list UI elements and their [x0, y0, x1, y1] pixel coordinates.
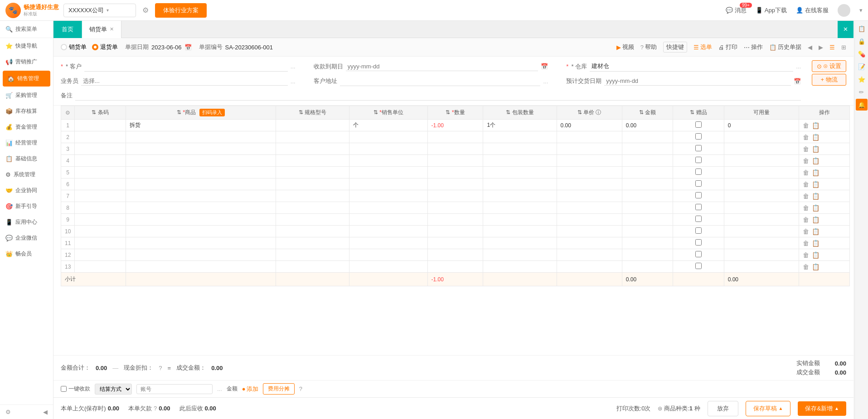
select-button[interactable]: ☰ 选单 [693, 43, 712, 51]
due-date-input[interactable] [346, 62, 538, 71]
sidebar-item-wechat[interactable]: 💬 企业微信 [0, 230, 53, 246]
logistics-btn[interactable]: + 物流 [812, 74, 846, 86]
delete-icon[interactable]: 🗑 [803, 251, 809, 259]
app-download-button[interactable]: 📱 App下载 [756, 6, 787, 14]
help-owed[interactable]: ? [154, 405, 157, 412]
save-new-button[interactable]: 保存&新增 ▲ [798, 401, 846, 416]
settings-btn[interactable]: ⊙ ⊙ 设置 [812, 60, 846, 72]
copy-icon[interactable]: 📋 [812, 157, 820, 164]
copy-icon[interactable]: 📋 [812, 263, 820, 270]
sidebar-item-purchase[interactable]: 🛒 采购管理 [0, 87, 53, 103]
discard-button[interactable]: 放弃 [708, 401, 738, 416]
add-button[interactable]: ● 添加 [242, 385, 258, 393]
gift-checkbox[interactable] [695, 251, 702, 257]
gift-checkbox[interactable] [695, 169, 702, 175]
one-click-pay-check[interactable] [61, 386, 67, 392]
gift-checkbox[interactable] [695, 157, 702, 163]
sidebar-settings-button[interactable]: ⚙ [5, 409, 11, 415]
col-settings[interactable]: ⚙ [61, 106, 75, 120]
settle-method-select[interactable]: 结算方式 [95, 384, 132, 395]
company-selector[interactable]: XXXXXX公司 ▾ [63, 4, 136, 17]
sidebar-item-basics[interactable]: 📋 基础信息 [0, 151, 53, 167]
tab-close-icon[interactable]: ✕ [110, 26, 114, 32]
shortcut-button[interactable]: 快捷键 [663, 42, 687, 53]
panel-btn-7[interactable]: 🔔 [856, 99, 868, 111]
gift-checkbox[interactable] [695, 239, 702, 246]
copy-icon[interactable]: 📋 [812, 204, 820, 212]
panel-btn-2[interactable]: 🔒 [856, 35, 868, 47]
expense-help[interactable]: ? [299, 385, 302, 392]
one-click-pay-checkbox[interactable]: 一键收款 [61, 385, 90, 393]
sidebar-item-finance[interactable]: 💰 资金管理 [0, 119, 53, 135]
tab-home[interactable]: 首页 [53, 21, 82, 38]
gift-checkbox[interactable] [695, 121, 702, 128]
delete-icon[interactable]: 🗑 [803, 263, 809, 270]
save-draft-button[interactable]: 保存草稿 ▲ [746, 401, 791, 416]
salesperson-dots[interactable]: ... [291, 78, 296, 85]
copy-icon[interactable]: 📋 [812, 169, 820, 176]
customer-address-dots[interactable]: ... [543, 78, 548, 85]
gear-button[interactable]: ⚙ [141, 4, 150, 16]
copy-icon[interactable]: 📋 [812, 134, 820, 141]
video-button[interactable]: ▶ 视频 [616, 43, 634, 51]
copy-icon[interactable]: 📋 [812, 193, 820, 200]
help-button[interactable]: ? 帮助 [640, 43, 657, 51]
account-input[interactable] [136, 384, 213, 394]
sidebar-item-enterprise[interactable]: 🤝 企业协同 [0, 183, 53, 198]
gift-checkbox[interactable] [695, 180, 702, 187]
delete-icon[interactable]: 🗑 [803, 216, 809, 223]
copy-icon[interactable]: 📋 [812, 228, 820, 235]
customer-dots[interactable]: ... [291, 63, 296, 70]
calendar-icon2[interactable]: 📅 [541, 63, 548, 70]
calendar-icon[interactable]: 📅 [184, 44, 192, 51]
print-button[interactable]: 🖨 打印 [718, 43, 737, 51]
gift-checkbox[interactable] [695, 133, 702, 140]
sidebar-item-marketing[interactable]: 📢 营销推广 [0, 54, 53, 70]
tab-sales-order[interactable]: 销货单 ✕ [82, 21, 121, 38]
delete-icon[interactable]: 🗑 [803, 193, 809, 200]
expected-calendar-icon[interactable]: 📅 [794, 78, 801, 85]
delete-icon[interactable]: 🗑 [803, 134, 809, 141]
gift-checkbox[interactable] [695, 216, 702, 222]
warehouse-dots[interactable]: ... [796, 63, 801, 70]
trial-button[interactable]: 体验行业方案 [155, 3, 207, 18]
view-toggle-list[interactable]: ☰ [829, 44, 835, 51]
sidebar-item-membership[interactable]: 👑 畅会员 [0, 246, 53, 262]
history-button[interactable]: 📋 历史单据 [769, 43, 801, 51]
gift-checkbox[interactable] [695, 192, 702, 198]
radio-sales[interactable]: 销货单 [61, 43, 87, 51]
sidebar-item-inventory[interactable]: 📦 库存核算 [0, 103, 53, 119]
radio-return[interactable]: 退货单 [92, 43, 118, 51]
gift-checkbox[interactable] [695, 227, 702, 234]
gift-checkbox[interactable] [695, 145, 702, 151]
avatar[interactable] [838, 4, 850, 17]
delete-icon[interactable]: 🗑 [803, 157, 809, 164]
delete-icon[interactable]: 🗑 [803, 181, 809, 188]
panel-btn-1[interactable]: 📋 [856, 23, 868, 34]
sidebar-item-newbie[interactable]: 🎯 新手引导 [0, 198, 53, 214]
copy-icon[interactable]: 📋 [812, 145, 820, 153]
sidebar-item-system[interactable]: ⚙ 系统管理 [0, 167, 53, 183]
panel-btn-6[interactable]: ✏ [856, 86, 868, 98]
scan-button[interactable]: 扫码录入 [199, 109, 225, 116]
delete-icon[interactable]: 🗑 [803, 145, 809, 153]
expected-date-input[interactable] [604, 77, 791, 86]
tab-close-all[interactable]: ✕ [838, 21, 853, 38]
delete-icon[interactable]: 🗑 [803, 169, 809, 176]
actions-button[interactable]: ⋯ 操作 [744, 43, 763, 51]
sidebar-item-appcenter[interactable]: 📱 应用中心 [0, 214, 53, 230]
dots-icon[interactable]: ... [217, 385, 222, 392]
help-q[interactable]: ? [159, 365, 162, 371]
delete-icon[interactable]: 🗑 [803, 204, 809, 212]
copy-icon[interactable]: 📋 [812, 122, 820, 129]
panel-btn-3[interactable]: 💊 [856, 48, 868, 60]
gift-checkbox[interactable] [695, 263, 702, 269]
copy-icon[interactable]: 📋 [812, 181, 820, 188]
sidebar-search[interactable]: 🔍 搜索菜单 [0, 21, 53, 38]
delete-icon[interactable]: 🗑 [803, 228, 809, 235]
sidebar-item-sales[interactable]: 🏠 销售管理 [3, 71, 50, 87]
sidebar-collapse-button[interactable]: ◀ [43, 409, 48, 415]
copy-icon[interactable]: 📋 [812, 216, 820, 223]
salesperson-input[interactable] [81, 77, 288, 86]
copy-icon[interactable]: 📋 [812, 240, 820, 247]
